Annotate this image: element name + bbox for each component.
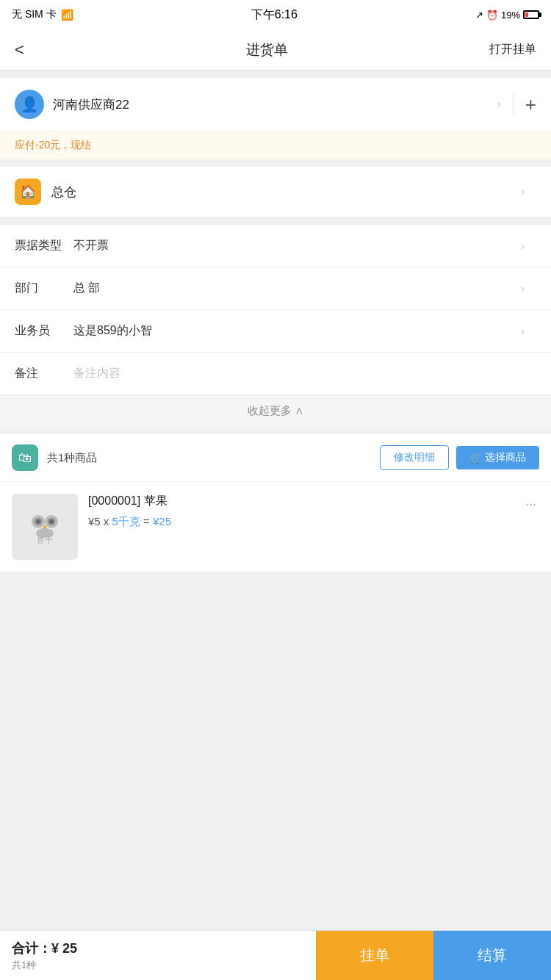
add-supplier-button[interactable]: + [525,93,536,116]
modify-detail-button[interactable]: 修改明细 [380,445,449,470]
gap-4 [0,427,551,434]
product-info: [0000001] 苹果 ¥5 x 5千克 = ¥25 [88,494,512,529]
select-product-icon: 🛒 [469,452,482,464]
form-section: 票据类型 不开票 › 部门 总 部 › 业务员 这是859的小智 › 备注 备注… [0,224,551,427]
status-time: 下午6:16 [251,7,298,23]
product-thumbnail: 兽十 [12,494,78,560]
owl-logo-icon [26,508,63,538]
total-section: 合计：¥ 25 共1种 [0,931,316,980]
equals: = [140,515,153,527]
product-header: 🛍 共1种商品 修改明细 🛒 选择商品 [0,434,551,482]
warehouse-icon: 🏠 [15,179,41,205]
invoice-chevron-icon: › [521,239,525,253]
product-title: 苹果 [144,494,168,507]
status-right: ↗ ⏰ 19% [475,10,539,21]
page-title: 进货单 [246,40,288,60]
gap-2 [0,159,551,167]
invoice-label: 票据类型 [15,238,73,253]
status-left: 无 SIM 卡 📶 [12,8,73,21]
product-name: [0000001] 苹果 [88,494,512,509]
product-section: 🛍 共1种商品 修改明细 🛒 选择商品 [0,434,551,572]
hang-button[interactable]: 挂单 [316,931,433,980]
total-value: ¥ 25 [51,941,77,956]
invoice-row[interactable]: 票据类型 不开票 › [0,224,551,267]
total-price: ¥25 [153,515,171,527]
collapse-button[interactable]: 收起更多 ∧ [0,394,551,427]
product-bag-icon: 🛍 [12,444,38,471]
gap-3 [0,217,551,224]
dept-chevron-icon: › [521,282,525,295]
total-label: 合计：¥ 25 [12,940,304,957]
product-price: ¥5 x 5千克 = ¥25 [88,515,512,529]
sales-chevron-icon: › [521,325,525,338]
remark-input[interactable]: 备注内容 [73,366,536,381]
avatar-icon: 👤 [21,96,39,113]
alarm-icon: ⏰ [486,10,498,21]
payment-hint: 应付-20元，现结 [0,131,551,159]
sales-row[interactable]: 业务员 这是859的小智 › [0,309,551,352]
quantity: 5千克 [112,515,140,527]
supplier-name: 河南供应商22 [53,96,497,113]
invoice-value: 不开票 [73,238,521,253]
open-hang-button[interactable]: 打开挂单 [489,42,536,57]
gap-1 [0,71,551,78]
remark-row[interactable]: 备注 备注内容 [0,352,551,394]
supplier-divider [513,94,514,115]
svg-point-5 [50,520,53,523]
battery-icon [523,10,539,19]
product-more-button[interactable]: ··· [522,494,539,515]
warehouse-section: 🏠 总仓 › [0,167,551,217]
svg-point-4 [37,520,40,523]
battery-percent: 19% [501,10,520,21]
supplier-avatar: 👤 [15,90,44,119]
unit-price: ¥5 x [88,515,112,527]
product-code: [0000001] [88,494,144,507]
nav-bar: < 进货单 打开挂单 [0,29,551,71]
dept-label: 部门 [15,281,73,296]
warehouse-name: 总仓 [51,184,521,201]
bottom-padding [0,572,551,630]
product-count: 共1种商品 [47,451,380,465]
sales-value: 这是859的小智 [73,323,521,339]
battery-fill [525,12,528,17]
dept-value: 总 部 [73,281,521,296]
sales-label: 业务员 [15,323,73,339]
owl-label: 兽十 [37,535,53,546]
select-product-label: 选择商品 [485,451,526,464]
status-bar: 无 SIM 卡 📶 下午6:16 ↗ ⏰ 19% [0,0,551,29]
total-sub: 共1种 [12,959,304,972]
wifi-icon: 📶 [61,9,73,21]
select-product-button[interactable]: 🛒 选择商品 [456,446,539,469]
supplier-chevron-icon: › [497,98,500,111]
warehouse-row[interactable]: 🏠 总仓 › [0,167,551,217]
checkout-button[interactable]: 结算 [433,931,551,980]
total-text: 合计： [12,941,51,956]
back-button[interactable]: < [15,40,44,60]
warehouse-chevron-icon: › [521,185,525,198]
carrier-text: 无 SIM 卡 [12,8,57,21]
location-icon: ↗ [475,10,483,21]
bottom-bar: 合计：¥ 25 共1种 挂单 结算 [0,930,551,980]
product-item: 兽十 [0000001] 苹果 ¥5 x 5千克 = ¥25 ··· [0,482,551,572]
supplier-row[interactable]: 👤 河南供应商22 › + [0,78,551,131]
supplier-section: 👤 河南供应商22 › + 应付-20元，现结 [0,78,551,159]
dept-row[interactable]: 部门 总 部 › [0,267,551,309]
remark-label: 备注 [15,366,73,381]
